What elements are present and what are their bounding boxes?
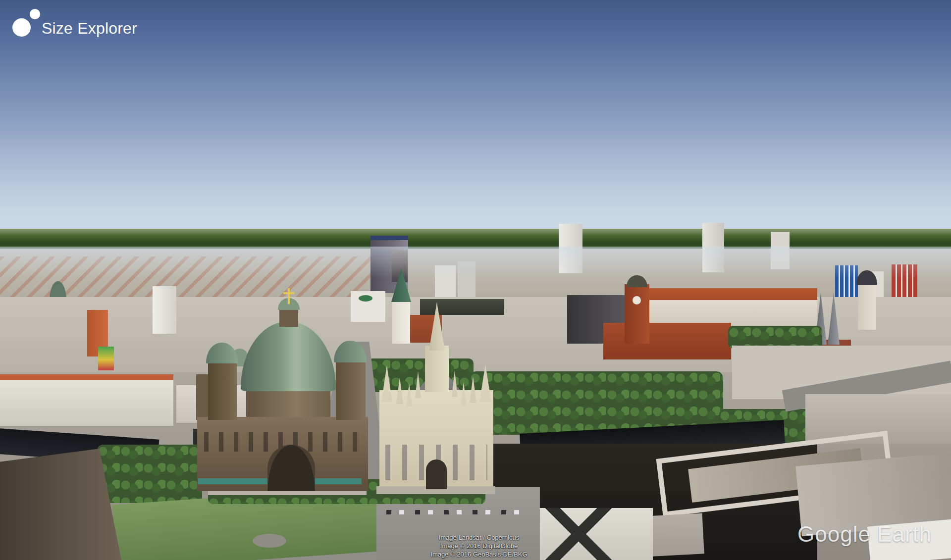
white-blocks-left — [0, 380, 173, 426]
duomo-portal — [426, 459, 447, 489]
sky — [0, 0, 951, 235]
classical-roof-right — [644, 288, 817, 301]
station-roof-dark — [420, 299, 504, 315]
cars-row — [386, 510, 530, 514]
horizon-haze — [0, 247, 951, 278]
size-explorer-logo-icon — [12, 7, 42, 38]
dom-cross-bar — [283, 292, 294, 294]
google-earth-watermark: Google Earth — [797, 522, 932, 547]
stadthaus-tower — [858, 280, 876, 330]
white-tower-left — [153, 286, 176, 334]
dom-tower-right — [336, 358, 366, 420]
billboard-left — [98, 347, 114, 370]
dom-arch — [267, 445, 315, 491]
attribution-line: Image © 2016 GeoBasis-DE/BKG — [430, 550, 527, 559]
marienkirche-tower — [392, 300, 410, 344]
logo-big-circle-icon — [12, 18, 31, 37]
dom-tower-far-left — [196, 374, 209, 420]
rathaus-clock — [633, 296, 641, 305]
attribution-line: Image Landsat / Copernicus — [430, 533, 527, 542]
green-oval-sign — [359, 295, 372, 302]
map-attribution: Image Landsat / Copernicus Image © 2016 … — [430, 533, 527, 559]
logo-text: Size Explorer — [42, 19, 137, 38]
park-inn-roof-sign — [370, 236, 408, 240]
logo-small-circle-icon — [30, 9, 40, 19]
earth-3d-viewport[interactable]: Size Explorer Image Landsat / Copernicus… — [0, 0, 951, 560]
trees-left-cluster — [97, 445, 202, 503]
dom-tower-left — [208, 359, 237, 420]
dom-cross-vertical — [288, 288, 290, 304]
lustgarten-fountain — [253, 534, 286, 548]
duomo-central-tower — [425, 346, 449, 392]
rotes-rathaus-tower — [625, 284, 649, 344]
attribution-line: Image © 2016 DigitalGlobe — [430, 542, 527, 550]
rotes-rathaus-body — [603, 323, 731, 359]
